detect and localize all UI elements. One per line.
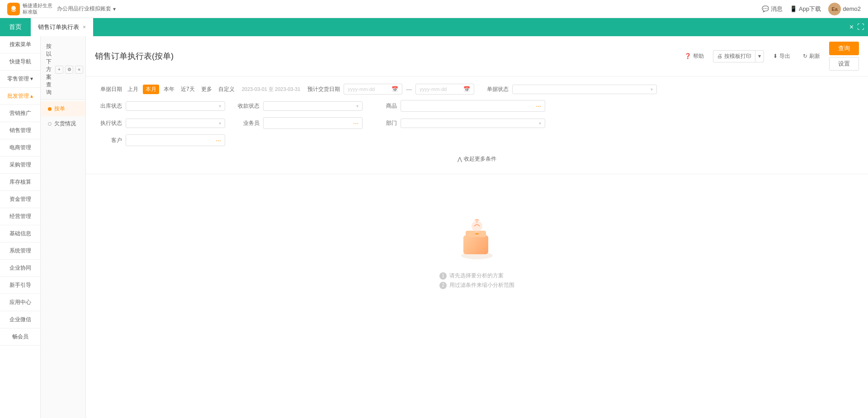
filter-product: 商品 ··· [370,100,545,112]
sidebar-item-operations[interactable]: 经营管理 [0,208,40,225]
active-dot-icon [48,107,52,111]
chevron-down-icon: ▾ [758,53,761,59]
sidebar-item-marketing[interactable]: 营销推广 [0,105,40,122]
sidebar-item-member[interactable]: 畅会员 [0,328,40,346]
sidebar-item-inventory[interactable]: 库存核算 [0,174,40,191]
sidebar-item-basics[interactable]: 基础信息 [0,225,40,242]
logo-text: 畅捷通好生意 标准版 [23,3,52,14]
sidebar-label-quicknav: 快捷导航 [2,58,38,66]
date-tab-this-year[interactable]: 本年 [162,85,176,94]
settings-button[interactable]: 设置 [829,57,859,71]
salesperson-dots-icon[interactable]: ··· [353,119,359,127]
payment-status-label: 收款状态 [232,102,259,110]
window-close-button[interactable]: × [849,23,854,31]
status-chevron-icon: ▾ [651,87,653,92]
empty-state: 1 请先选择要分析的方案 2 用过滤条件来缩小分析范围 [86,174,868,327]
breadcrumb[interactable]: 办公用品行业模拟账套 ▾ [57,5,116,13]
sidebar-label-basics: 基础信息 [2,230,38,238]
sidebar-item-newbie[interactable]: 新手引导 [0,277,40,294]
delivery-chevron-icon: ▾ [219,104,221,109]
filter-expected-date: 预计交货日期 yyyy-mm-dd 📅 — yyyy-mm-dd 📅 [307,84,474,95]
sidebar-item-ecommerce[interactable]: 电商管理 [0,139,40,157]
collapse-plan-icon[interactable]: « [75,66,83,74]
sidebar-label-wechat: 企业微信 [2,316,38,323]
salesperson-select[interactable]: ··· [263,117,363,129]
sidebar-item-system[interactable]: 系统管理 [0,242,40,260]
filter-row-4: 客户 ··· [95,134,859,146]
date-tab-7days[interactable]: 近7天 [179,85,197,94]
date-tab-custom[interactable]: 自定义 [217,85,236,94]
sidebar-item-purchase[interactable]: 采购管理 [0,157,40,174]
avatar: Ea [828,3,841,15]
sidebar-item-appcenter[interactable]: 应用中心 [0,294,40,311]
sidebar-item-retail[interactable]: 零售管理 ▾ [0,71,40,88]
sidebar-label-retail: 零售管理 ▾ [2,75,38,83]
date-label: 单据日期 [95,86,122,93]
sidebar-item-wechat[interactable]: 企业微信 [0,311,40,328]
sidebar-label-operations: 经营管理 [2,213,38,220]
sidebar-label-sales: 销售管理 [2,127,38,134]
sub-sidebar-title: 按以下方案查询 [46,43,52,96]
customer-label: 客户 [95,137,122,144]
customer-dots-icon[interactable]: ··· [216,137,221,144]
export-button[interactable]: ⬇ 导出 [769,51,794,62]
sidebar-label-member: 畅会员 [2,333,38,341]
collapse-filter-button[interactable]: ⋀ 收起更多条件 [95,152,859,166]
query-button[interactable]: 查询 [829,42,859,55]
user-menu[interactable]: Ea demo2 [828,3,861,15]
content-area: 销售订单执行表(按单) ❓ 帮助 🖨 按模板打印 ▾ ⬇ [86,36,868,418]
expected-date-start-input[interactable]: yyyy-mm-dd 📅 [344,84,402,95]
sidebar-item-quicknav[interactable]: 快捷导航 [0,53,40,71]
message-button[interactable]: 💬 消息 [762,5,783,13]
customer-select[interactable]: ··· [126,134,225,146]
template-print-button[interactable]: 🖨 按模板打印 [713,51,755,62]
order-status-select[interactable]: ▾ [512,85,657,94]
app-download-button[interactable]: 📱 App下载 [790,5,821,13]
filter-salesperson: 业务员 ··· [232,117,363,129]
filter-dept: 部门 ▾ [370,119,545,128]
sidebar-item-enterprise[interactable]: 企业协同 [0,260,40,277]
filter-order-status: 单据状态 ▾ [481,85,657,94]
svg-point-0 [11,6,16,10]
sidebar-label-finance: 资金管理 [2,195,38,203]
dept-select[interactable]: ▾ [401,119,545,128]
logo-icon [7,3,20,15]
refresh-button[interactable]: ↻ 刷新 [799,51,824,62]
sub-item-欠货[interactable]: 欠货情况 [41,116,85,131]
delivery-status-select[interactable]: ▾ [126,101,225,111]
template-print-arrow[interactable]: ▾ [755,51,764,61]
exec-chevron-icon: ▾ [219,121,221,126]
sidebar-item-wholesale[interactable]: 批发管理 ▴ [0,88,40,105]
help-button[interactable]: ❓ 帮助 [681,51,708,62]
product-select[interactable]: ··· [401,100,545,112]
tab-home[interactable]: 首页 [0,18,31,36]
payment-status-select[interactable]: ▾ [263,101,363,111]
tab-close-icon[interactable]: × [83,24,86,30]
payment-chevron-icon: ▾ [356,104,359,109]
sidebar-label-system: 系统管理 [2,247,38,255]
sidebar-item-sales[interactable]: 销售管理 [0,122,40,139]
exec-status-label: 执行状态 [95,119,122,127]
tab-bar-right: × ⛶ [849,23,868,31]
step-2-num: 2 [439,282,447,289]
tab-sales-order[interactable]: 销售订单执行表 × [31,18,93,36]
date-range-display: 2023-03-01 至 2023-03-31 [242,86,301,93]
sidebar-item-finance[interactable]: 资金管理 [0,191,40,208]
filter-delivery-status: 出库状态 ▾ [95,101,225,111]
calendar-icon: 📅 [392,86,398,92]
date-tab-more[interactable]: 更多 [199,85,214,94]
exec-status-select[interactable]: ▾ [126,119,225,128]
product-dots-icon[interactable]: ··· [536,102,541,109]
expected-date-end-input[interactable]: yyyy-mm-dd 📅 [415,84,474,95]
add-plan-icon[interactable]: + [55,66,63,74]
sidebar-item-search[interactable]: 搜索菜单 [0,36,40,53]
print-icon: 🖨 [717,53,722,59]
window-maximize-button[interactable]: ⛶ [857,23,864,31]
edit-plan-icon[interactable]: ⚙ [65,66,73,74]
date-tab-this-month[interactable]: 本月 [143,85,159,94]
download-icon: 📱 [790,5,797,12]
sub-item-按单[interactable]: 按单 [41,101,85,116]
date-tab-last-month[interactable]: 上月 [126,85,140,94]
expected-date-label: 预计交货日期 [307,86,340,93]
date-tabs: 上月 本月 本年 近7天 更多 自定义 [126,85,236,94]
